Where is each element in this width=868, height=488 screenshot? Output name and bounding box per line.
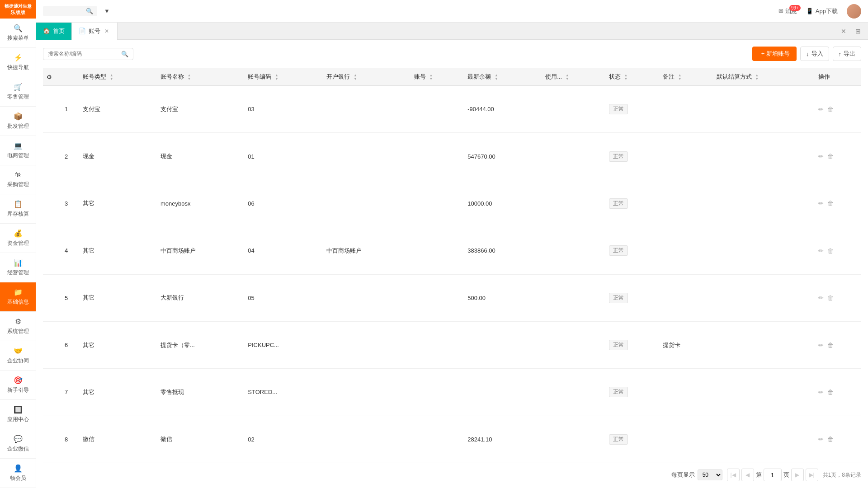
tab-home[interactable]: 🏠 首页 bbox=[36, 23, 72, 40]
sidebar-item-quick-nav[interactable]: ⚡快捷导航 bbox=[0, 48, 36, 77]
sidebar-item-finance-mgmt[interactable]: 💰资金管理 bbox=[0, 224, 36, 253]
sidebar-item-basic-info[interactable]: 📁基础信息 bbox=[0, 282, 36, 312]
td-account-no-3 bbox=[410, 227, 464, 274]
td-settlement-1 bbox=[713, 133, 815, 180]
edit-icon-1[interactable]: ✏ bbox=[818, 153, 824, 160]
delete-icon-1[interactable]: 🗑 bbox=[827, 153, 834, 160]
td-account-code-1: 01 bbox=[244, 133, 323, 180]
import-button[interactable]: ↓ 导入 bbox=[800, 47, 829, 61]
sidebar-label-system-mgmt: 系统管理 bbox=[7, 328, 29, 335]
table-row: 6 其它 提货卡（零... PICKUPC... 正常 提货卡 ✏ 🗑 bbox=[43, 321, 861, 368]
tab-close-btn[interactable]: ✕ bbox=[838, 26, 849, 37]
td-balance-5 bbox=[464, 321, 542, 368]
toolbar-right: + 新增账号 ↓ 导入 ↑ 导出 bbox=[752, 47, 861, 61]
th-account-no[interactable]: 账号 ▲▼ bbox=[410, 68, 464, 86]
messages-btn[interactable]: ✉ 消息 99+ bbox=[778, 7, 797, 15]
sidebar-item-wholesale-mgmt[interactable]: 📦批发管理 bbox=[0, 107, 36, 136]
main-area: 🔍 ▼ ✉ 消息 99+ 📱 App下载 🏠 首页 bbox=[36, 0, 868, 488]
page-size-select[interactable]: 102050100 bbox=[698, 469, 722, 480]
sidebar-label-starter-guide: 新手引导 bbox=[7, 386, 29, 394]
delete-icon-2[interactable]: 🗑 bbox=[827, 200, 834, 207]
td-notes-0 bbox=[659, 86, 712, 133]
next-page-btn[interactable]: ▶ bbox=[791, 469, 804, 481]
sidebar-icon-search-menu: 🔍 bbox=[14, 24, 23, 33]
header-dropdown[interactable]: ▼ bbox=[104, 8, 110, 14]
th-bank[interactable]: 开户银行 ▲▼ bbox=[323, 68, 410, 86]
edit-icon-3[interactable]: ✏ bbox=[818, 247, 824, 254]
th-default-settlement[interactable]: 默认结算方式 ▲▼ bbox=[713, 68, 815, 86]
th-usage[interactable]: 使用... ▲▼ bbox=[542, 68, 605, 86]
header-search-input[interactable] bbox=[47, 8, 84, 14]
sort-settlement: ▲▼ bbox=[755, 74, 759, 81]
td-bank-6 bbox=[323, 369, 410, 416]
td-actions-2: ✏ 🗑 bbox=[815, 180, 861, 227]
td-account-name-1: 现金 bbox=[157, 133, 244, 180]
gear-icon[interactable]: ⚙ bbox=[47, 74, 52, 80]
td-settlement-6 bbox=[713, 369, 815, 416]
td-account-code-5: PICKUPC... bbox=[244, 321, 323, 368]
edit-icon-2[interactable]: ✏ bbox=[818, 200, 824, 207]
td-settlement-4 bbox=[713, 274, 815, 321]
content-area: 🔍 + 新增账号 ↓ 导入 ↑ 导出 bbox=[36, 40, 868, 488]
user-avatar[interactable] bbox=[847, 4, 861, 19]
td-actions-1: ✏ 🗑 bbox=[815, 133, 861, 180]
sidebar-item-operation-mgmt[interactable]: 📊经营管理 bbox=[0, 253, 36, 282]
th-account-name[interactable]: 账号名称 ▲▼ bbox=[157, 68, 244, 86]
delete-icon-4[interactable]: 🗑 bbox=[827, 294, 834, 301]
last-page-btn[interactable]: ▶| bbox=[806, 469, 818, 481]
sidebar-item-starter-guide[interactable]: 🎯新手引导 bbox=[0, 371, 36, 400]
sidebar-icon-retail-mgmt: 🛒 bbox=[14, 83, 23, 91]
first-page-btn[interactable]: |◀ bbox=[727, 469, 740, 481]
delete-icon-7[interactable]: 🗑 bbox=[827, 436, 834, 443]
import-icon: ↓ bbox=[806, 51, 809, 57]
sidebar-item-inventory[interactable]: 📋库存核算 bbox=[0, 194, 36, 224]
edit-icon-7[interactable]: ✏ bbox=[818, 436, 824, 443]
add-account-button[interactable]: + 新增账号 bbox=[752, 47, 797, 61]
sidebar-item-search-menu[interactable]: 🔍搜索菜单 bbox=[0, 19, 36, 48]
td-status-1: 正常 bbox=[605, 133, 659, 180]
edit-icon-6[interactable]: ✏ bbox=[818, 389, 824, 396]
edit-icon-0[interactable]: ✏ bbox=[818, 106, 824, 113]
tab-account[interactable]: 📄 账号 ✕ bbox=[72, 23, 118, 40]
search-box[interactable]: 🔍 bbox=[43, 48, 133, 60]
td-account-code-0: 03 bbox=[244, 86, 323, 133]
delete-icon-6[interactable]: 🗑 bbox=[827, 389, 834, 396]
td-bank-2 bbox=[323, 180, 410, 227]
sidebar-item-enterprise-wechat[interactable]: 💬企业微信 bbox=[0, 429, 36, 459]
sidebar-item-member[interactable]: 👤畅会员 bbox=[0, 459, 36, 488]
export-button[interactable]: ↑ 导出 bbox=[833, 47, 862, 61]
td-actions-0: ✏ 🗑 bbox=[815, 86, 861, 133]
sidebar-item-retail-mgmt[interactable]: 🛒零售管理 bbox=[0, 77, 36, 107]
th-balance[interactable]: 最新余额 ▲▼ bbox=[464, 68, 542, 86]
th-notes[interactable]: 备注 ▲▼ bbox=[659, 68, 712, 86]
toolbar: 🔍 + 新增账号 ↓ 导入 ↑ 导出 bbox=[43, 47, 861, 61]
td-balance-4: 500.00 bbox=[464, 274, 542, 321]
td-settlement-3 bbox=[713, 227, 815, 274]
tab-expand-btn[interactable]: ⊞ bbox=[853, 26, 863, 37]
prev-page-btn[interactable]: ◀ bbox=[741, 469, 754, 481]
sidebar-item-ecommerce-mgmt[interactable]: 💻电商管理 bbox=[0, 136, 36, 165]
edit-icon-4[interactable]: ✏ bbox=[818, 294, 824, 301]
th-account-code[interactable]: 账号编码 ▲▼ bbox=[244, 68, 323, 86]
sidebar-item-system-mgmt[interactable]: ⚙系统管理 bbox=[0, 312, 36, 341]
edit-icon-5[interactable]: ✏ bbox=[818, 342, 824, 349]
account-tab-close[interactable]: ✕ bbox=[103, 28, 110, 35]
sidebar-item-enterprise-agreement[interactable]: 🤝企业协同 bbox=[0, 341, 36, 371]
current-page-input[interactable] bbox=[764, 469, 782, 481]
th-account-type[interactable]: 账号类型 ▲▼ bbox=[79, 68, 157, 86]
message-icon: ✉ bbox=[778, 8, 783, 14]
sidebar-item-app-center[interactable]: 🔲应用中心 bbox=[0, 400, 36, 429]
header-search-box[interactable]: 🔍 bbox=[43, 6, 97, 16]
logo-line2: 乐版版 bbox=[5, 9, 32, 15]
delete-icon-0[interactable]: 🗑 bbox=[827, 106, 834, 113]
td-account-code-6: STORED... bbox=[244, 369, 323, 416]
delete-icon-5[interactable]: 🗑 bbox=[827, 342, 834, 349]
app-download-btn[interactable]: 📱 App下载 bbox=[806, 7, 838, 15]
delete-icon-3[interactable]: 🗑 bbox=[827, 247, 834, 254]
search-input[interactable] bbox=[48, 51, 118, 57]
sort-account-code: ▲▼ bbox=[275, 74, 278, 81]
th-status[interactable]: 状态 ▲▼ bbox=[605, 68, 659, 86]
td-balance-6 bbox=[464, 369, 542, 416]
sidebar-item-purchase-mgmt[interactable]: 🛍采购管理 bbox=[0, 165, 36, 194]
td-notes-6 bbox=[659, 369, 712, 416]
